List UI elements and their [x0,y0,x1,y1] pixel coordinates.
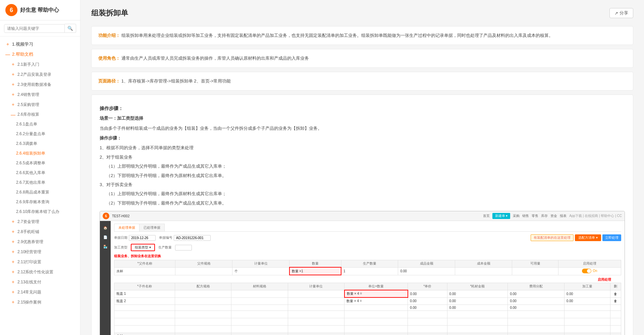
ss-upper-table-container: *父件名称 父件规格 计量单位 数量 生产数量 成品金额 成本金额 可用量 启用… [114,260,621,275]
sidebar-item-mobile[interactable]: ＋ 2.8手机旺铺 [0,227,80,237]
ss-icon-file[interactable]: 📄 [100,232,111,242]
sidebar-item-docs[interactable]: — 2.帮助文档 [0,49,80,59]
search-button[interactable]: 🔍 [65,24,76,33]
ss-nav-retail[interactable]: 零售 [532,214,538,218]
ss-lower-td-1-del[interactable]: 🗑 [610,297,621,305]
plus-icon-2: ＋ [11,61,15,67]
ss-annotation-section: 组装业务、拆卸业务在这里切换 [114,254,621,259]
sidebar-item-otherin[interactable]: 2.6.6其他入库单 [0,168,80,178]
ss-lower-td-4-2 [231,318,288,326]
sidebar-item-personalize[interactable]: ＋ 2.12系统个性化设置 [0,267,80,277]
ss-lower-td-4-6 [447,318,508,326]
ss-upper-td-name: 水杯 [114,267,175,275]
sidebar-item-print[interactable]: ＋ 2.11打印设置 [0,257,80,267]
plus-icon: ＋ [5,41,10,47]
sidebar-item-coupon[interactable]: ＋ 2.9优惠券管理 [0,237,80,247]
share-button[interactable]: ↗ 分享 [609,8,633,18]
ss-lower-td-3-3 [288,311,344,318]
sidebar-item-onlinepay[interactable]: ＋ 2.13在线支付 [0,277,80,287]
plus-icon-15: ＋ [11,299,15,305]
ss-lower-td-5-4 [344,326,408,333]
ss-date-input[interactable] [129,235,156,241]
ss-select-btn[interactable]: 选配方清单 ▾ [575,234,601,241]
ss-topbar: 6 TEST-H002 首页 新建单 ▾ 采购 销售 零售 库存 资金 报表 A… [100,211,625,221]
sidebar-item-capital[interactable]: ＋ 2.7资金管理 [0,217,80,227]
sidebar-item-costcalc[interactable]: 2.6.8商品成本重算 [0,187,80,197]
ss-lower-row-3 [114,311,621,318]
ss-annotation-enable: 启用处理 [598,277,611,282]
ss-lower-td-3-1 [175,311,231,318]
ss-icon-home[interactable]: 🏠 [100,223,111,232]
sidebar-item-stockquery[interactable]: 2.6.9库存账本查询 [0,197,80,207]
ss-lower-td-1-8: 0.00 [564,297,610,305]
ss-footer-7: 0.00 [564,333,610,335]
sidebar-item-stockcount[interactable]: 2.6.1盘点单 [0,119,80,129]
sidebar-item-costadj[interactable]: 2.6.5成本调整单 [0,158,80,168]
sidebar-item-stockerr[interactable]: 2.6.10库存账本错了么办 [0,207,80,217]
ss-lower-td-5-5 [408,326,447,333]
ss-lower-td-5-8 [564,326,610,333]
sidebar-item-cases[interactable]: ＋ 2.15操作案例 [0,297,80,307]
plus-icon-10: ＋ [11,249,15,255]
ss-icon-shop[interactable]: 🏪 [100,242,111,251]
ss-upper-td-qty[interactable]: 数量 ×1 [289,267,341,275]
sidebar-item-newuser[interactable]: ＋ 2.1新手入门 [0,59,80,69]
ss-tab-processed[interactable]: 已处理单据 [140,224,165,231]
ss-qty-label: 生产数量 [158,245,172,250]
ss-nav-home[interactable]: 首页 [483,214,490,218]
ss-lower-td-3-7 [508,311,564,318]
search-input[interactable] [4,24,65,33]
ss-nav-report[interactable]: 报表 [560,214,567,218]
ss-lower-td-0-del[interactable]: 🗑 [610,290,621,297]
ss-content-area: 未处理单据 已处理单据 单据日期 单据编号 [111,221,625,335]
ss-lower-th-4: 单位×数量 [344,283,408,290]
ss-upper-td-amount: 0.00 [398,267,455,275]
ss-lower-td-2-2 [231,305,288,311]
sidebar-item-splitcount[interactable]: 2.6.2分量盘点单 [0,129,80,139]
ss-lower-td-2-7: 0.00 [508,305,564,311]
ss-tab-new[interactable]: 未处理单据 [114,224,140,231]
ss-confirm-btn[interactable]: 立即处理 [602,234,621,241]
ss-main-layout: 🏠 📄 🏪 未处理单据 已处理单据 单据日期 [100,221,625,335]
ss-lower-td-0-4[interactable]: 数量 × 4 = [344,290,408,297]
sidebar-item-inventory[interactable]: — 2.6库存核算 [0,110,80,119]
sidebar-item-adjust[interactable]: 2.6.3调拨单 [0,139,80,149]
sidebar-item-ops[interactable]: ＋ 2.10经营管理 [0,247,80,257]
sidebar-item-faq[interactable]: ＋ 2.14常见问题 [0,287,80,297]
plus-icon-5: ＋ [11,92,15,98]
plus-icon-8: ＋ [11,229,15,235]
ss-nav-purchase[interactable]: 采购 [513,214,520,218]
ss-lower-td-2-4 [344,305,408,311]
ss-upper-td-cost [455,267,512,275]
step2-sub1: （1）上部明细为父件明细，最终作为产成品生成其它入库单； [106,162,625,170]
ss-nav-capital[interactable]: 资金 [550,214,557,218]
sidebar-item-video[interactable]: ＋ 1.视频学习 [0,39,80,49]
ss-lower-td-0-5: 0.00 [408,290,447,297]
ss-type-select[interactable]: 组装类型 ▾ [131,244,155,251]
plus-icon-12: ＋ [11,269,15,275]
sidebar-item-sales[interactable]: ＋ 2.4销售管理 [0,90,80,100]
ss-upper-row-0: 水杯 个 数量 ×1 1 0.00 [114,267,621,275]
ss-toggle-on[interactable] [582,269,591,273]
ss-no-input[interactable] [174,235,211,241]
sidebar-item-prepare[interactable]: ＋ 2.3使用前数据准备 [0,79,80,90]
sidebar-item-otherout[interactable]: 2.6.7其他出库单 [0,178,80,187]
intro2-label: 使用角色： [98,56,120,61]
sidebar-item-install[interactable]: ＋ 2.2产品安装及登录 [0,69,80,79]
ss-lower-td-1-1 [175,297,231,305]
ss-nav-inventory[interactable]: 库存 [541,214,548,218]
intro2-text: 通常由生产人员或库管人员完成拆装业务的操作，库管人员确认原材料的出库和产成品的入… [121,56,309,61]
ss-no-label: 单据编号 [159,235,172,240]
sidebar-item-purchase[interactable]: ＋ 2.5采购管理 [0,100,80,110]
ss-lower-td-1-2 [231,297,288,305]
ss-qty-input[interactable] [175,245,192,250]
ss-footer-1 [231,333,288,335]
ss-lower-row-0: 瓶盖 1 数量 × 4 = 0.00 0.00 0.00 0.00 � [114,290,621,297]
ss-lower-th-del: 删 [610,283,621,290]
sidebar-item-assembly[interactable]: 2.6.4组装拆卸单 [0,149,80,158]
breadcrumb-card: 页面路径： 1、库存核算->库存管理->组装拆卸单 2、首页->常用功能 [91,72,633,91]
ss-new-btn[interactable]: 新建单 ▾ [492,213,511,219]
ss-nav-sales[interactable]: 销售 [522,214,529,218]
step3-sub-list: （1）上部明细为父件明细，最终作为原材料生成其它出库单； （2）下部明细为子件明… [100,190,625,207]
ss-company: TEST-H002 [112,214,129,218]
